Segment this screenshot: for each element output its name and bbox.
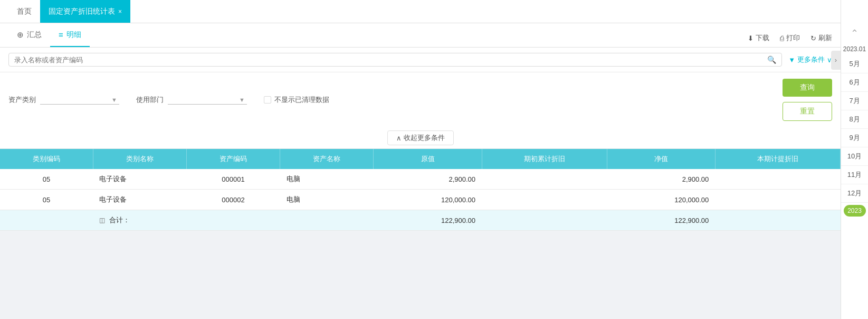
month-9[interactable]: 9月 (841, 129, 868, 147)
total-row: ◫ 合计： 122,900.00 122,900.00 (0, 210, 841, 231)
summary-icon: ⊕ (17, 30, 24, 40)
table-body: 05 电子设备 000001 电脑 2,900.00 2,900.00 05 电… (0, 169, 841, 231)
row2-asset-name: 电脑 (280, 190, 374, 210)
row1-net-value: 2,900.00 (607, 169, 715, 190)
month-11[interactable]: 11月 (841, 166, 868, 184)
row1-original: 2,900.00 (374, 169, 482, 190)
adv-filter: 资产类别 ▼ 使用部门 ▼ 不显示已清理数据 查询 重置 (0, 72, 841, 149)
total-empty-1 (0, 210, 93, 231)
month-6[interactable]: 6月 (841, 73, 868, 92)
dept-field: 使用部门 ▼ (136, 95, 247, 105)
col-header-original: 原值 (374, 149, 482, 169)
asset-type-select[interactable]: ▼ (40, 96, 119, 105)
query-button[interactable]: 查询 (783, 79, 832, 97)
collapse-label: 收起更多条件 (404, 133, 445, 143)
print-button[interactable]: ⎙ 打印 (780, 33, 800, 43)
row1-asset-name: 电脑 (280, 169, 374, 190)
row2-period-dep (715, 190, 840, 210)
date-display: 2023.01 (843, 43, 866, 55)
download-icon: ⬇ (748, 34, 753, 42)
row2-asset-code: 000002 (186, 190, 280, 210)
month-10[interactable]: 10月 (841, 147, 868, 166)
col-header-asset-name: 资产名称 (280, 149, 374, 169)
total-label-text: 合计： (109, 216, 130, 224)
print-label: 打印 (786, 33, 800, 43)
scroll-up-button[interactable]: ⌃ (851, 23, 859, 43)
dept-select[interactable]: ▼ (168, 96, 247, 105)
search-icon: 🔍 (767, 55, 776, 64)
search-input-wrap[interactable]: 🔍 (8, 53, 782, 67)
asset-type-chevron: ▼ (111, 97, 117, 103)
reset-button[interactable]: 重置 (783, 102, 832, 121)
refresh-label: 刷新 (818, 33, 832, 43)
filter-more-label: 更多条件 (797, 55, 825, 64)
filter-more-button[interactable]: ▼ 更多条件 ∨ (788, 55, 832, 64)
sub-tab-bar: ⊕ 汇总 ≡ 明细 ⬇ 下载 ⎙ 打印 ↻ 刷新 (0, 23, 841, 48)
month-7[interactable]: 7月 (841, 92, 868, 110)
total-period-dep (715, 210, 840, 231)
row1-cat-code: 05 (0, 169, 93, 190)
top-nav: 首页 固定资产折旧统计表 × ✕ (0, 0, 868, 23)
dept-chevron: ▼ (239, 97, 245, 103)
year-badge[interactable]: 2023 (844, 205, 866, 217)
total-accum-dep (482, 210, 607, 231)
hide-cleared-label: 不显示已清理数据 (274, 95, 329, 105)
row2-cat-code: 05 (0, 190, 93, 210)
filter-bar-wrap: 🔍 ▼ 更多条件 ∨ › (0, 48, 841, 72)
hide-cleared-wrap: 不显示已清理数据 (264, 95, 329, 105)
col-header-cat-name: 类别名称 (93, 149, 186, 169)
month-5[interactable]: 5月 (841, 55, 868, 73)
row1-asset-code: 000001 (186, 169, 280, 190)
tab-detail[interactable]: ≡ 明细 (50, 23, 90, 47)
tab-summary-label: 汇总 (27, 30, 42, 40)
tab-summary[interactable]: ⊕ 汇总 (8, 23, 50, 47)
nav-tab-close[interactable]: × (118, 8, 122, 15)
nav-tab-active[interactable]: 固定资产折旧统计表 × (40, 0, 130, 23)
sub-actions: ⬇ 下载 ⎙ 打印 ↻ 刷新 (748, 33, 832, 47)
tab-detail-label: 明细 (66, 30, 81, 40)
row2-cat-name: 电子设备 (93, 190, 186, 210)
collapse-btn-inner: ∧ 收起更多条件 (387, 130, 454, 145)
row2-net-value: 120,000.00 (607, 190, 715, 210)
download-button[interactable]: ⬇ 下载 (748, 33, 769, 43)
table-row: 05 电子设备 000002 电脑 120,000.00 120,000.00 (0, 190, 841, 210)
detail-icon: ≡ (59, 30, 63, 39)
col-header-net-value: 净值 (607, 149, 715, 169)
sidebar-arrow[interactable]: › (831, 51, 841, 70)
total-icon: ◫ (99, 217, 105, 224)
filter-buttons: 查询 重置 (783, 79, 832, 121)
filter-icon: ▼ (788, 56, 795, 64)
nav-tab-label: 固定资产折旧统计表 (49, 7, 115, 16)
col-header-asset-code: 资产编码 (186, 149, 280, 169)
data-table: 类别编码 类别名称 资产编码 资产名称 原值 期初累计折旧 净值 本期计提折旧 … (0, 149, 841, 231)
row1-cat-name: 电子设备 (93, 169, 186, 190)
month-12[interactable]: 12月 (841, 184, 868, 203)
table-wrap: 类别编码 类别名称 资产编码 资产名称 原值 期初累计折旧 净值 本期计提折旧 … (0, 149, 841, 231)
total-original: 122,900.00 (374, 210, 482, 231)
col-header-period-dep: 本期计提折旧 (715, 149, 840, 169)
refresh-icon: ↻ (810, 34, 816, 42)
table-row: 05 电子设备 000001 电脑 2,900.00 2,900.00 (0, 169, 841, 190)
download-label: 下载 (756, 33, 769, 43)
search-input[interactable] (14, 56, 763, 64)
main-content: ⊕ 汇总 ≡ 明细 ⬇ 下载 ⎙ 打印 ↻ 刷新 🔍 (0, 23, 841, 231)
asset-type-field: 资产类别 ▼ (8, 95, 119, 105)
right-sidebar: ⌃ 2023.01 5月 6月 7月 8月 9月 10月 11月 12月 202… (841, 0, 868, 231)
asset-type-label: 资产类别 (8, 95, 36, 105)
nav-home[interactable]: 首页 (8, 0, 40, 23)
row1-accum-dep (482, 169, 607, 190)
total-label: ◫ 合计： (93, 210, 374, 231)
month-8[interactable]: 8月 (841, 110, 868, 129)
print-icon: ⎙ (780, 34, 784, 42)
filter-bar: 🔍 ▼ 更多条件 ∨ (0, 48, 841, 72)
table-header: 类别编码 类别名称 资产编码 资产名称 原值 期初累计折旧 净值 本期计提折旧 (0, 149, 841, 169)
refresh-button[interactable]: ↻ 刷新 (810, 33, 832, 43)
hide-cleared-checkbox[interactable] (264, 96, 271, 104)
row2-original: 120,000.00 (374, 190, 482, 210)
adv-filter-row: 资产类别 ▼ 使用部门 ▼ 不显示已清理数据 查询 重置 (8, 79, 832, 127)
total-net-value: 122,900.00 (607, 210, 715, 231)
dept-label: 使用部门 (136, 95, 164, 105)
collapse-button[interactable]: ∧ 收起更多条件 (8, 127, 832, 148)
col-header-accum-dep: 期初累计折旧 (482, 149, 607, 169)
row2-accum-dep (482, 190, 607, 210)
